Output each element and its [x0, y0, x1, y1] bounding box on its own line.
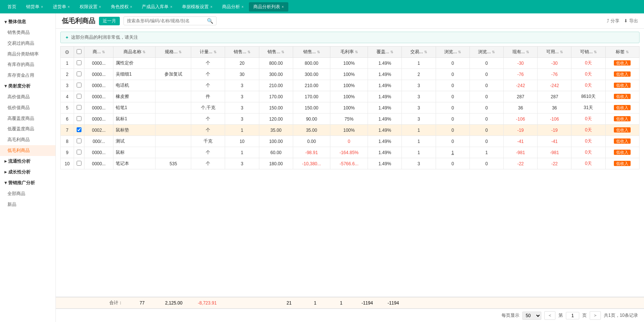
sidebar-item-new-goods[interactable]: 新品	[0, 199, 55, 210]
table-row[interactable]: 9 0000... 鼠标 个 1 60.00 -98.91 -164.85% 1…	[61, 147, 640, 158]
row-browse1[interactable]: 0	[436, 114, 470, 125]
page-number-input[interactable]	[566, 312, 579, 319]
sidebar-item-high-value[interactable]: 高价值商品	[0, 92, 55, 102]
table-row[interactable]: 3 0000... 电话机 个 3 210.00 210.00 100% 1.4…	[61, 80, 640, 91]
sidebar-item-high-margin[interactable]: 高毛利商品	[0, 134, 55, 145]
nav-item-product-analysis-list[interactable]: 商品分析列表 ×	[249, 2, 288, 12]
next-page-button[interactable]: ＞	[590, 311, 601, 320]
row-checkbox[interactable]	[74, 136, 84, 147]
table-row[interactable]: 4 0000... 橡皮擦 件 3 170.00 170.00 100% 1.4…	[61, 91, 640, 102]
sidebar-item-all-goods[interactable]: 全部商品	[0, 188, 55, 199]
sidebar-item-category-rate[interactable]: 商品分类助销率	[0, 49, 55, 60]
close-icon[interactable]: ×	[210, 5, 212, 9]
nav-item-roles[interactable]: 角色授权 ×	[106, 2, 137, 12]
col-code[interactable]: 商... ⇅	[84, 47, 113, 58]
table-row[interactable]: 6 0000... 鼠标1 个 3 120.00 90.00 75% 1.49%…	[61, 114, 640, 125]
col-avail[interactable]: 可用... ⇅	[538, 47, 571, 58]
row-spec	[156, 80, 191, 91]
row-code: 0000...	[84, 58, 113, 69]
sidebar-group-marketing[interactable]: ▾ 营销推广分析	[0, 178, 55, 188]
search-input[interactable]	[127, 18, 205, 23]
sidebar-group-growth[interactable]: ▸ 成长性分析	[0, 167, 55, 178]
col-settings[interactable]: ⚙	[61, 47, 74, 58]
col-checkbox[interactable]	[74, 47, 84, 58]
row-browse1[interactable]: 0	[436, 69, 470, 80]
select-all-checkbox[interactable]	[77, 49, 81, 54]
close-icon[interactable]: ×	[241, 5, 244, 9]
sidebar-item-high-coverage[interactable]: 高覆盖度商品	[0, 113, 55, 124]
row-browse1[interactable]: 0	[436, 102, 470, 114]
row-checkbox[interactable]	[74, 91, 84, 102]
export-button[interactable]: ⬇ 导出	[624, 18, 638, 24]
nav-item-permissions[interactable]: 权限设置 ×	[75, 2, 106, 12]
nav-item-product-instock[interactable]: 产成品入库单 ×	[137, 2, 177, 12]
col-cover[interactable]: 覆盖... ⇅	[368, 47, 402, 58]
close-icon[interactable]: ×	[99, 5, 101, 9]
row-browse1[interactable]: 0	[436, 80, 470, 91]
table-row[interactable]: 7 0002... 鼠标垫 个 1 35.00 35.00 100% 1.49%…	[61, 125, 640, 136]
search-icon[interactable]: 🔍	[207, 18, 213, 24]
row-browse1[interactable]: 0	[436, 158, 470, 169]
table-row[interactable]: 8 000/... 测试 千克 10 100.00 0.00 0 1.49% 1…	[61, 136, 640, 147]
row-browse1[interactable]: 0	[436, 91, 470, 102]
row-trade: 3	[402, 80, 436, 91]
close-icon[interactable]: ×	[282, 5, 284, 9]
col-sales1[interactable]: 销售... ⇅	[225, 47, 259, 58]
row-checkbox[interactable]	[74, 158, 84, 169]
table-row[interactable]: 10 0000... 笔记本 535 个 3 180.00 -10,380...…	[61, 158, 640, 169]
gear-icon[interactable]: ⚙	[65, 49, 70, 55]
row-browse1[interactable]: 0	[436, 125, 470, 136]
sidebar-item-traded-goods[interactable]: 交易过的商品	[0, 38, 55, 49]
row-checkbox[interactable]	[74, 80, 84, 91]
prev-page-button[interactable]: ＜	[544, 311, 555, 320]
col-sales2[interactable]: 销售... ⇅	[259, 47, 293, 58]
row-checkbox[interactable]	[74, 114, 84, 125]
row-checkbox[interactable]	[74, 147, 84, 158]
sidebar-item-in-stock[interactable]: 有库存的商品	[0, 59, 55, 70]
row-checkbox[interactable]	[74, 102, 84, 114]
sidebar-item-sales-goods[interactable]: 销售类商品	[0, 27, 55, 38]
close-icon[interactable]: ×	[41, 5, 43, 9]
table-row[interactable]: 5 0000... 铅笔1 个,千克 3 150.00 150.00 100% …	[61, 102, 640, 114]
col-browse1[interactable]: 浏览... ⇅	[436, 47, 470, 58]
close-icon[interactable]: ×	[130, 5, 132, 9]
sidebar-item-capital[interactable]: 库存资金占用	[0, 70, 55, 81]
row-browse1[interactable]: 0	[436, 136, 470, 147]
share-button[interactable]: ⤴ 分享	[607, 18, 619, 24]
close-icon[interactable]: ×	[170, 5, 172, 9]
col-unit[interactable]: 计量... ⇅	[191, 47, 225, 58]
nav-item-template[interactable]: 单据模板设置 ×	[177, 2, 217, 12]
sidebar-group-flow[interactable]: ▸ 流通性分析	[0, 156, 55, 167]
row-browse1[interactable]: 1	[436, 147, 470, 158]
col-sales3[interactable]: 销售... ⇅	[293, 47, 330, 58]
col-name[interactable]: 商品名称 ⇅	[113, 47, 156, 58]
close-icon[interactable]: ×	[68, 5, 70, 9]
nav-item-sales[interactable]: 销货单 ×	[22, 2, 48, 12]
sidebar-item-low-margin[interactable]: 低毛利商品	[0, 145, 55, 156]
col-sellable[interactable]: 可销... ⇅	[571, 47, 605, 58]
per-page-select[interactable]: 50 100 200	[522, 312, 541, 320]
col-gross[interactable]: 毛利率 ⇅	[330, 47, 368, 58]
page-suffix: 页	[582, 312, 587, 319]
notice-bar: ✦ 这部分商品的利润非常低，请关注	[60, 32, 640, 43]
row-checkbox[interactable]	[74, 69, 84, 80]
sidebar-item-low-coverage[interactable]: 低覆盖度商品	[0, 124, 55, 134]
col-trade[interactable]: 交易... ⇅	[402, 47, 436, 58]
filter-recent-month-button[interactable]: 近一月	[99, 17, 120, 25]
col-stock[interactable]: 现有... ⇅	[504, 47, 538, 58]
table-row[interactable]: 1 0000... 属性定价 个 20 800.00 800.00 100% 1…	[61, 58, 640, 69]
row-avail: -981	[538, 147, 571, 158]
col-tag[interactable]: 标签 ⇅	[605, 47, 639, 58]
sidebar-item-low-value[interactable]: 低价值商品	[0, 102, 55, 113]
nav-item-purchase[interactable]: 进货单 ×	[48, 2, 74, 12]
col-browse2[interactable]: 浏览... ⇅	[470, 47, 503, 58]
sidebar-group-overview[interactable]: ▾ 整体信息	[0, 16, 55, 27]
nav-item-product-analysis[interactable]: 商品分析 ×	[218, 2, 248, 12]
row-browse1[interactable]: 0	[436, 58, 470, 69]
nav-item-home[interactable]: 首页	[3, 2, 21, 12]
table-row[interactable]: 2 0000... 吴细细1 参加复试 个 30 300.00 300.00 1…	[61, 69, 640, 80]
col-spec[interactable]: 规格... ⇅	[156, 47, 191, 58]
row-checkbox[interactable]	[74, 125, 84, 136]
row-checkbox[interactable]	[74, 58, 84, 69]
sidebar-group-category[interactable]: ▾ 类射度分析	[0, 81, 55, 92]
